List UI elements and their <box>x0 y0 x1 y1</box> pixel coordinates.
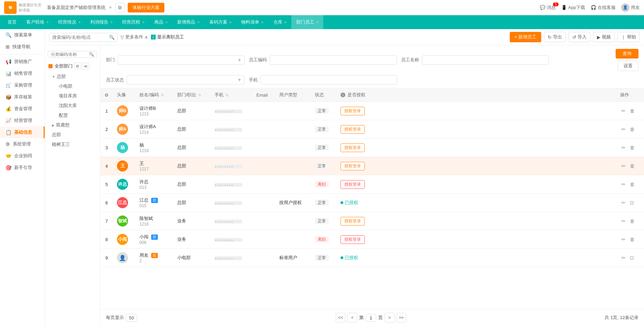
close-goods-tab[interactable]: × <box>165 20 167 24</box>
dept-tree-item-zhishu[interactable]: 植树王三 <box>48 140 97 149</box>
sidebar-item-collab[interactable]: 🤝 企业协同 <box>0 150 45 162</box>
dept-tree-item-zongbu[interactable]: 总部 <box>48 130 97 140</box>
sidebar-item-purchase[interactable]: 🛒 采购管理 <box>0 79 45 91</box>
sidebar-item-sales[interactable]: 📊 销售管理 <box>0 68 45 79</box>
dept-tree-item-shuanglu[interactable]: ▶双鹿想 <box>48 120 97 130</box>
delete-button-8[interactable]: 🗑 <box>628 236 636 243</box>
close-warehouse-tab[interactable]: × <box>284 20 287 24</box>
show-resigned-toggle[interactable]: ✓ 显示离职员工 <box>151 34 184 40</box>
edit-button-6[interactable]: ✏ <box>620 199 627 206</box>
edit-button-7[interactable]: ✏ <box>620 218 627 224</box>
edit-button-9[interactable]: ✏ <box>620 254 627 261</box>
prev-page-button[interactable]: < <box>347 313 357 323</box>
first-page-button[interactable]: << <box>336 313 345 323</box>
user-menu-button[interactable]: 👤 用友 <box>621 3 640 12</box>
dept-collapse-button[interactable]: ⚙ <box>74 63 81 70</box>
auth-info-icon[interactable]: i <box>341 92 345 97</box>
delete-button-3[interactable]: 🗑 <box>628 144 636 151</box>
emp-code-filter-input[interactable] <box>270 55 397 65</box>
delete-button-4[interactable]: 🗑 <box>628 162 636 169</box>
sidebar-item-finance[interactable]: 💰 资金管理 <box>0 103 45 115</box>
th-settings[interactable]: ⚙ <box>100 88 113 102</box>
export-button[interactable]: ↻ 导出 <box>544 32 566 42</box>
dept-fold-button[interactable]: ≪ <box>82 63 89 70</box>
phone-filter-input[interactable] <box>261 75 397 85</box>
dept-tree-item-zongbu-parent[interactable]: ▼总部 <box>48 72 97 81</box>
online-service-button[interactable]: 🎧 在线客服 <box>591 5 616 11</box>
sidebar-item-guide[interactable]: 🎯 新手引导 <box>0 162 45 174</box>
emp-name-filter-input[interactable] <box>422 55 549 65</box>
auth-login-button-5[interactable]: 授权登录 <box>341 180 365 189</box>
more-filter-button[interactable]: ▽ 更多条件 ∧ <box>120 34 148 40</box>
sidebar-item-marketing[interactable]: 📢 营销推广 <box>0 56 45 68</box>
current-page-input[interactable]: 1 <box>366 314 376 322</box>
auth-login-button-8[interactable]: 授权登录 <box>341 235 365 244</box>
sidebar-item-operation-mgmt[interactable]: 📈 经营管理 <box>0 115 45 126</box>
dept-search-input[interactable] <box>51 52 89 57</box>
edit-button-4[interactable]: ✏ <box>620 162 627 169</box>
dept-tree-item-xiangmukufang[interactable]: 项目库房 <box>55 91 97 101</box>
delete-button-7[interactable]: 🗑 <box>628 218 636 224</box>
tab-goods[interactable]: 商品× <box>149 15 172 29</box>
tab-warehouse[interactable]: 仓库× <box>269 15 291 29</box>
add-employee-button[interactable]: + 新增员工 <box>510 32 541 42</box>
tab-customer[interactable]: 客户联络× <box>21 15 53 29</box>
delete-button-2[interactable]: 🗑 <box>628 126 636 133</box>
edit-button-2[interactable]: ✏ <box>620 126 627 133</box>
tab-dept-employee[interactable]: 部门员工× <box>291 15 323 29</box>
edit-button-8[interactable]: ✏ <box>620 236 627 243</box>
copy-button-6[interactable]: ⊡ <box>628 199 635 206</box>
dept-tree-item-xiaodibu[interactable]: 小电部 <box>55 81 97 91</box>
app-download-button[interactable]: 📱 App下载 <box>561 5 585 11</box>
last-page-button[interactable]: >> <box>397 313 406 323</box>
close-history-tab[interactable]: × <box>142 20 144 24</box>
tab-operation[interactable]: 经营情况× <box>53 15 85 29</box>
tab-bom[interactable]: 物料清单× <box>236 15 268 29</box>
close-customer-tab[interactable]: × <box>46 20 48 24</box>
close-profit-tab[interactable]: × <box>110 20 112 24</box>
th-phone[interactable]: 手机 ⇅ <box>210 88 252 102</box>
help-button[interactable]: ｜ 帮助 <box>617 32 640 42</box>
dept-all-header[interactable]: 全部部门 ⚙ ≪ <box>45 61 100 72</box>
tab-profit[interactable]: 利润报告× <box>85 15 117 29</box>
message-button[interactable]: 💬 5 消息 <box>540 5 556 11</box>
setting-button[interactable]: 设置 <box>618 61 638 71</box>
th-name-code[interactable]: 姓名/编码 ⇅ <box>135 88 173 102</box>
page-size-select-input[interactable]: 50 <box>126 314 137 322</box>
close-operation-tab[interactable]: × <box>78 20 80 24</box>
dept-filter-select[interactable]: ▼ <box>118 55 245 65</box>
trial-button[interactable]: 体验行业方案 <box>128 3 164 12</box>
sidebar-item-basic-info[interactable]: 📋 基础信息 <box>0 126 45 138</box>
emp-status-filter-select[interactable]: ▼ <box>127 75 245 85</box>
close-dept-tab[interactable]: × <box>316 20 318 24</box>
show-resigned-checkbox[interactable]: ✓ <box>151 35 156 39</box>
close-newgoods-tab[interactable]: × <box>197 20 199 24</box>
auth-login-button-4[interactable]: 授权登录 <box>341 162 365 170</box>
dept-tree-item-peihuo[interactable]: 配货 <box>55 111 97 120</box>
edit-button-3[interactable]: ✏ <box>620 144 627 151</box>
edit-button[interactable]: ✏ <box>620 107 627 114</box>
tab-history[interactable]: 经营历程× <box>117 15 149 29</box>
th-dept-position[interactable]: 部门/职位 ⇅ <box>173 88 211 102</box>
search-icon-btn[interactable]: 🔍 <box>109 35 115 40</box>
auth-login-button-2[interactable]: 授权登录 <box>341 125 365 134</box>
search-button[interactable]: 查询 <box>616 49 638 59</box>
sidebar-item-quicknav[interactable]: ⊞ 快捷导航 <box>0 41 45 53</box>
auth-login-button-3[interactable]: 授权登录 <box>341 143 365 152</box>
auth-login-button-7[interactable]: 授权登录 <box>341 217 365 226</box>
search-input[interactable] <box>52 35 108 40</box>
next-page-button[interactable]: > <box>385 313 394 323</box>
delete-button-5[interactable]: 🗑 <box>628 181 636 188</box>
auth-login-button[interactable]: 授权登录 <box>341 107 365 115</box>
sidebar-item-system[interactable]: ⚙ 系统管理 <box>0 138 45 150</box>
edit-button-5[interactable]: ✏ <box>620 181 627 188</box>
delete-button[interactable]: 🗑 <box>628 107 636 114</box>
sidebar-item-search[interactable]: 🔍 搜索菜单 <box>0 29 45 41</box>
tab-new-goods[interactable]: 新增商品× <box>172 15 204 29</box>
copy-button-9[interactable]: ⊡ <box>628 254 635 261</box>
video-button[interactable]: ▶ 视频 <box>593 32 615 42</box>
sidebar-item-inventory[interactable]: 📦 库存核算 <box>0 91 45 103</box>
tab-barcode[interactable]: 条码方案× <box>205 15 236 29</box>
import-button[interactable]: ↺ 导入 <box>569 32 590 42</box>
close-bom-tab[interactable]: × <box>261 20 263 24</box>
